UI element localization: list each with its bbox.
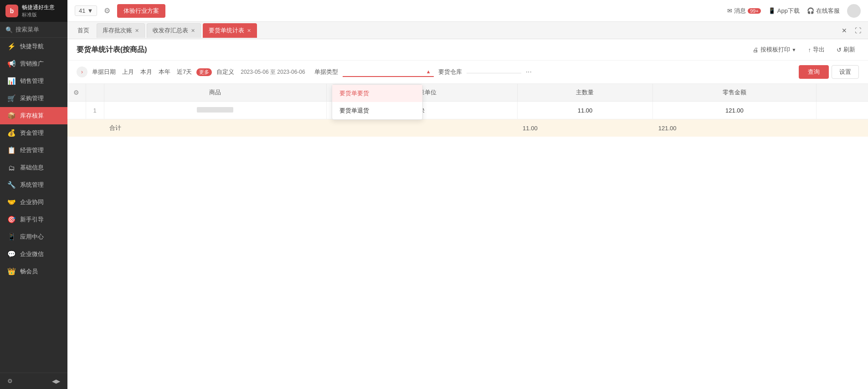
col-settings-icon[interactable]: ⚙	[73, 89, 79, 96]
footer-retail-amount: 121.00	[653, 119, 816, 137]
sidebar-settings-icon[interactable]: ⚙	[7, 378, 13, 384]
sidebar-item-quick-nav[interactable]: ⚡ 快捷导航	[0, 38, 67, 55]
tab-maximize-btn[interactable]: ⛶	[853, 25, 863, 36]
date-shortcut-this-month[interactable]: 本月	[139, 67, 154, 77]
col-settings[interactable]: ⚙	[67, 84, 86, 102]
warehouse-more-btn[interactable]: ···	[526, 68, 532, 76]
sidebar: b 畅捷通好生意 标准版 🔍 搜索菜单 ⚡ 快捷导航 📢 营销推广 📊 销售管理…	[0, 0, 67, 389]
table-footer-row: 合计 11.00 121.00	[67, 119, 868, 137]
quick-nav-icon: ⚡	[7, 42, 15, 51]
user-avatar[interactable]	[847, 4, 861, 18]
app-logo: b 畅捷通好生意 标准版	[0, 0, 67, 22]
tab-order-stat[interactable]: 要货单统计表 ✕	[203, 23, 257, 38]
table-row: 1 块 11.00 121.00	[67, 102, 868, 119]
filter-expand-btn[interactable]: ›	[77, 67, 87, 77]
topbar-right: ✉ 消息 99+ 📱 App下载 🎧 在线客服	[727, 4, 861, 18]
inventory-icon: 📦	[7, 112, 15, 120]
export-btn[interactable]: ↑ 导出	[805, 44, 829, 56]
doc-type-select[interactable]: ▲	[343, 67, 434, 77]
app-center-icon: 📱	[7, 233, 15, 241]
main-content: 41 ▼ ⚙ 体验行业方案 ✉ 消息 99+ 📱 App下载 🎧 在线客服	[67, 0, 868, 389]
doc-type-dropdown: 要货单要货 要货单退货	[332, 84, 423, 120]
sidebar-nav: ⚡ 快捷导航 📢 营销推广 📊 销售管理 🛒 采购管理 📦 库存核算 💰 资金管…	[0, 38, 67, 373]
tabbar: 首页 库存批次账 ✕ 收发存汇总表 ✕ 要货单统计表 ✕ ✕ ⛶	[67, 22, 868, 39]
sidebar-item-operations[interactable]: 📋 经营管理	[0, 142, 67, 159]
print-icon: 🖨	[753, 46, 759, 53]
col-num-header	[86, 84, 104, 102]
topbar: 41 ▼ ⚙ 体验行业方案 ✉ 消息 99+ 📱 App下载 🎧 在线客服	[67, 0, 868, 22]
dropdown-item-order-incoming[interactable]: 要货单要货	[332, 85, 422, 102]
logo-icon: b	[5, 5, 18, 17]
dropdown-item-order-return[interactable]: 要货单退货	[332, 102, 422, 119]
tab-summary-close[interactable]: ✕	[191, 28, 195, 34]
wechat-icon: 💬	[7, 250, 15, 258]
sidebar-collapse-btn[interactable]: ◀▶	[52, 378, 60, 384]
sidebar-item-app-center[interactable]: 📱 应用中心	[0, 228, 67, 246]
service-icon: 🎧	[807, 7, 814, 14]
row-product	[104, 102, 326, 119]
sidebar-item-base-info[interactable]: 🗂 基础信息	[0, 159, 67, 176]
print-btn[interactable]: 🖨 按模板打印 ▼	[749, 44, 800, 56]
row-extra	[816, 102, 868, 119]
sidebar-item-purchase[interactable]: 🛒 采购管理	[0, 90, 67, 107]
page-header: 要货单统计表(按商品) 🖨 按模板打印 ▼ ↑ 导出 ↺ 刷新	[67, 39, 868, 61]
date-shortcut-custom[interactable]: 自定义	[215, 67, 236, 77]
row-checkbox[interactable]	[67, 102, 86, 119]
finance-icon: 💰	[7, 129, 15, 137]
date-shortcut-this-year[interactable]: 本年	[157, 67, 172, 77]
warehouse-select[interactable]	[467, 71, 521, 73]
topbar-settings-btn[interactable]: ⚙	[101, 5, 113, 17]
tab-home[interactable]: 首页	[72, 23, 95, 38]
industry-btn[interactable]: 体验行业方案	[117, 4, 165, 18]
row-num: 1	[86, 102, 104, 119]
sidebar-footer: ⚙ ◀▶	[0, 373, 67, 389]
sidebar-item-enterprise[interactable]: 🤝 企业协同	[0, 194, 67, 211]
sidebar-item-system[interactable]: 🔧 系统管理	[0, 176, 67, 194]
tabbar-controls: ✕ ⛶	[839, 25, 863, 36]
tab-order-stat-close[interactable]: ✕	[247, 28, 251, 34]
sidebar-item-wechat[interactable]: 💬 企业微信	[0, 246, 67, 263]
operations-icon: 📋	[7, 146, 15, 154]
sidebar-item-inventory[interactable]: 📦 库存核算	[0, 107, 67, 124]
tab-batch[interactable]: 库存批次账 ✕	[97, 23, 145, 38]
col-amount-header: 零售金额	[653, 84, 816, 102]
doc-type-label: 单据类型	[314, 68, 338, 76]
date-shortcut-7days[interactable]: 近7天	[175, 67, 194, 77]
messages-btn[interactable]: ✉ 消息 99+	[727, 7, 761, 15]
sales-icon: 📊	[7, 77, 15, 85]
row-main-qty: 11.00	[517, 102, 653, 119]
date-shortcuts: 上月 本月 本年 近7天 更多 自定义	[120, 67, 236, 77]
filter-settings-btn[interactable]: 设置	[832, 65, 859, 79]
sidebar-item-vip[interactable]: 👑 畅会员	[0, 263, 67, 280]
sidebar-item-finance[interactable]: 💰 资金管理	[0, 124, 67, 142]
doc-type-input[interactable]	[345, 68, 426, 75]
warehouse-label: 要货仓库	[438, 68, 462, 76]
col-extra	[816, 84, 868, 102]
guide-icon: 🎯	[7, 215, 15, 224]
app-download-btn[interactable]: 📱 App下载	[768, 7, 800, 15]
sidebar-item-guide[interactable]: 🎯 新手引导	[0, 211, 67, 228]
purchase-icon: 🛒	[7, 94, 15, 102]
filter-bar: › 单据日期 上月 本月 本年 近7天 更多 自定义 2023-05-06 至 …	[67, 61, 868, 84]
company-selector[interactable]: 41 ▼	[75, 5, 97, 16]
refresh-icon: ↺	[837, 46, 842, 53]
col-product-header: 商品	[104, 84, 326, 102]
date-shortcut-last-month[interactable]: 上月	[120, 67, 136, 77]
print-dropdown-icon: ▼	[792, 47, 796, 52]
refresh-btn[interactable]: ↺ 刷新	[833, 44, 859, 56]
app-icon: 📱	[768, 7, 776, 14]
search-menu[interactable]: 🔍 搜索菜单	[0, 22, 67, 38]
sidebar-item-marketing[interactable]: 📢 营销推广	[0, 55, 67, 72]
date-shortcut-more[interactable]: 更多	[196, 68, 212, 76]
vip-icon: 👑	[7, 267, 15, 276]
online-service-btn[interactable]: 🎧 在线客服	[807, 7, 840, 15]
tab-summary[interactable]: 收发存汇总表 ✕	[147, 23, 201, 38]
query-btn[interactable]: 查询	[799, 65, 829, 79]
tab-batch-close[interactable]: ✕	[135, 28, 139, 34]
table-wrapper: ⚙ 商品 主计量单位 主数量 零售金额 1	[67, 84, 868, 137]
page-content: 要货单统计表(按商品) 🖨 按模板打印 ▼ ↑ 导出 ↺ 刷新 ›	[67, 39, 868, 389]
footer-label: 合计	[104, 119, 326, 137]
sidebar-item-sales[interactable]: 📊 销售管理	[0, 72, 67, 90]
tab-close-all-btn[interactable]: ✕	[839, 25, 850, 36]
product-placeholder	[197, 107, 233, 113]
